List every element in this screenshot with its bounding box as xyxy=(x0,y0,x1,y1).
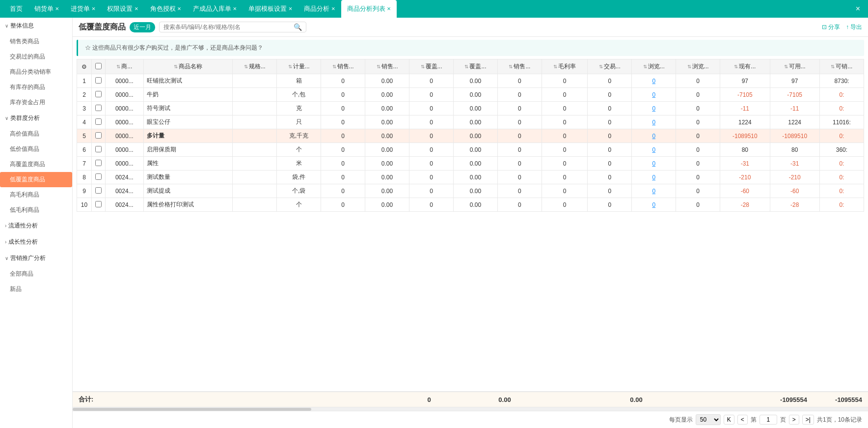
col-sales3[interactable]: 销售... xyxy=(497,59,542,74)
row-checkbox[interactable] xyxy=(92,143,106,157)
sidebar-item-low-value[interactable]: 低价值商品 xyxy=(0,142,72,157)
select-all-checkbox[interactable] xyxy=(95,63,102,69)
row-trade: 0 xyxy=(588,184,632,198)
sidebar-item-low-coverage[interactable]: 低覆盖度商品 xyxy=(0,172,72,187)
sidebar-item-traded-goods[interactable]: 交易过的商品 xyxy=(0,49,72,64)
row-checkbox[interactable] xyxy=(92,129,106,143)
row-saleable: 0: xyxy=(819,157,864,171)
row-sales3: 0 xyxy=(497,143,542,157)
per-page-select[interactable]: 50 20 100 xyxy=(696,414,721,425)
col-view1[interactable]: 浏览... xyxy=(632,59,676,74)
row-checkbox[interactable] xyxy=(92,88,106,102)
section-label-cluster: 类群度分析 xyxy=(10,114,40,122)
row-view1[interactable]: 0 xyxy=(632,129,676,143)
close-button[interactable]: × xyxy=(852,4,864,13)
row-sales-qty: 0 xyxy=(321,74,365,88)
sidebar-section-header-marketing[interactable]: ∨ 营销推广分析 xyxy=(0,250,72,266)
sidebar-item-category-rate[interactable]: 商品分类动销率 xyxy=(0,64,72,80)
next-page-button[interactable]: > xyxy=(789,415,799,425)
row-sales-amt: 0.00 xyxy=(365,143,409,157)
col-gross[interactable]: 毛利率 xyxy=(542,59,587,74)
row-sales-qty: 0 xyxy=(321,88,365,102)
col-view2[interactable]: 浏览... xyxy=(676,59,720,74)
row-view1[interactable]: 0 xyxy=(632,102,676,115)
nav-item-analysis[interactable]: 商品分析 × xyxy=(298,0,341,18)
sidebar-item-capital-usage[interactable]: 库存资金占用 xyxy=(0,95,72,110)
col-settings[interactable]: ⚙ xyxy=(77,59,92,74)
row-checkbox[interactable] xyxy=(92,157,106,171)
sidebar-item-stocked-goods[interactable]: 有库存的商品 xyxy=(0,80,72,95)
sidebar-item-high-coverage[interactable]: 高覆盖度商品 xyxy=(0,157,72,172)
row-checkbox[interactable] xyxy=(92,102,106,115)
row-checkbox[interactable] xyxy=(92,198,106,212)
nav-item-analysis-list[interactable]: 商品分析列表 × xyxy=(341,0,397,18)
col-saleable[interactable]: 可销... xyxy=(819,59,864,74)
row-checkbox[interactable] xyxy=(92,115,106,129)
nav-item-permissions[interactable]: 权限设置 × xyxy=(101,0,144,18)
row-trade: 0 xyxy=(588,115,632,129)
col-sales-amt[interactable]: 销售... xyxy=(365,59,409,74)
sidebar-section-header-growth[interactable]: › 成长性分析 xyxy=(0,234,72,250)
nav-item-template[interactable]: 单据模板设置 × xyxy=(243,0,298,18)
of-label: 页 xyxy=(780,416,786,424)
row-view1[interactable]: 0 xyxy=(632,184,676,198)
share-button[interactable]: ⊡ 分享 xyxy=(822,23,840,31)
row-sales3: 0 xyxy=(497,129,542,143)
row-view1[interactable]: 0 xyxy=(632,115,676,129)
row-code: 0000... xyxy=(106,115,144,129)
row-checkbox[interactable] xyxy=(92,171,106,184)
sidebar-item-new-goods[interactable]: 新品 xyxy=(0,282,72,297)
row-cover2: 0.00 xyxy=(454,198,498,212)
footer-current: -1095554 xyxy=(758,396,807,403)
last-page-button[interactable]: >| xyxy=(802,415,814,425)
sidebar-item-high-margin[interactable]: 高毛利商品 xyxy=(0,187,72,202)
col-checkbox[interactable] xyxy=(92,59,106,74)
col-current[interactable]: 现有... xyxy=(720,59,770,74)
top-nav: 首页 销货单 × 进货单 × 权限设置 × 角色授权 × 产成品入库单 × 单据… xyxy=(0,0,868,18)
settings-icon[interactable]: ⚙ xyxy=(81,63,87,70)
pagination-bar: 每页显示 50 20 100 K < 第 页 > >| 共1页，10条记录 xyxy=(73,411,868,428)
sidebar-item-all-goods[interactable]: 全部商品 xyxy=(0,266,72,282)
row-checkbox[interactable] xyxy=(92,184,106,198)
col-avail[interactable]: 可用... xyxy=(770,59,819,74)
nav-item-sales[interactable]: 销货单 × xyxy=(28,0,65,18)
sidebar-item-high-value[interactable]: 高价值商品 xyxy=(0,126,72,142)
share-label: 分享 xyxy=(828,23,840,31)
table-row: 2 0000... 牛奶 个,包 0 0.00 0 0.00 0 0 0 0 0… xyxy=(77,88,864,102)
col-cover1[interactable]: 覆盖... xyxy=(409,59,454,74)
col-trade[interactable]: 交易... xyxy=(588,59,632,74)
sidebar-section-header-flow[interactable]: › 流通性分析 xyxy=(0,218,72,234)
nav-item-purchase[interactable]: 进货单 × xyxy=(65,0,101,18)
nav-item-roles[interactable]: 角色授权 × xyxy=(144,0,187,18)
col-cover2[interactable]: 覆盖... xyxy=(454,59,498,74)
row-checkbox[interactable] xyxy=(92,74,106,88)
sidebar-item-sales-goods[interactable]: 销售类商品 xyxy=(0,34,72,49)
row-view1[interactable]: 0 xyxy=(632,143,676,157)
prev-page-button[interactable]: < xyxy=(737,415,748,425)
row-view1[interactable]: 0 xyxy=(632,198,676,212)
row-view1[interactable]: 0 xyxy=(632,157,676,171)
col-code[interactable]: 商... xyxy=(106,59,144,74)
date-tag[interactable]: 近一月 xyxy=(130,22,155,32)
search-input[interactable] xyxy=(163,24,294,30)
sidebar-item-low-margin[interactable]: 低毛利商品 xyxy=(0,202,72,218)
col-spec[interactable]: 规格... xyxy=(233,59,277,74)
col-unit[interactable]: 计量... xyxy=(277,59,321,74)
page-number-input[interactable] xyxy=(760,415,777,425)
search-icon[interactable]: 🔍 xyxy=(294,23,302,31)
export-button[interactable]: ↑ 导出 xyxy=(846,23,862,31)
col-name[interactable]: 商品名称 xyxy=(143,59,233,74)
row-sales3: 0 xyxy=(497,115,542,129)
col-sales-qty[interactable]: 销售... xyxy=(321,59,365,74)
row-view1[interactable]: 0 xyxy=(632,171,676,184)
footer-sales-amt: 0.00 xyxy=(485,396,524,403)
nav-item-finished[interactable]: 产成品入库单 × xyxy=(187,0,243,18)
nav-item-home[interactable]: 首页 xyxy=(4,0,28,18)
horizontal-scrollbar[interactable] xyxy=(73,407,868,411)
row-cover2: 0.00 xyxy=(454,171,498,184)
sidebar-section-header-overall[interactable]: ∨ 整体信息 xyxy=(0,18,72,34)
sidebar-section-header-cluster[interactable]: ∨ 类群度分析 xyxy=(0,110,72,126)
row-view1[interactable]: 0 xyxy=(632,88,676,102)
row-view1[interactable]: 0 xyxy=(632,74,676,88)
first-page-button[interactable]: K xyxy=(724,415,734,425)
